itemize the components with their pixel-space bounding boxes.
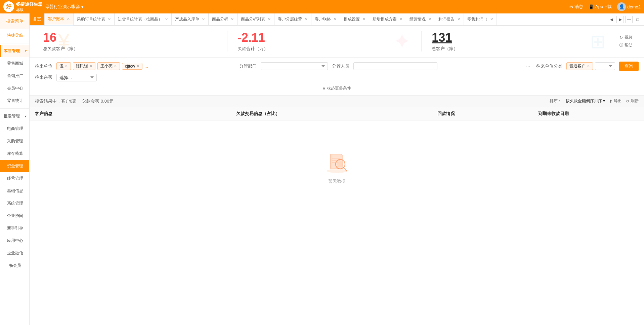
tab-scroll-left[interactable]: ◀ <box>608 16 615 23</box>
sort-select[interactable]: 按欠款金额倒序排序 ▾ <box>566 98 605 104</box>
unit-tag-cjttcw-close[interactable]: ✕ <box>136 64 139 68</box>
help-btn[interactable]: ⓘ 帮助 <box>619 42 633 48</box>
tab-close-product-analysis[interactable]: ✕ <box>231 17 234 22</box>
unit-tag-chen-label: 陈民强 <box>76 63 88 69</box>
chevron-up-icon: ∧ <box>323 86 326 91</box>
person-filter-label: 分管人员 <box>332 63 349 69</box>
tab-purchase-order-stats[interactable]: 采购订单统计表 ✕ <box>74 13 115 26</box>
sidebar-item-retail-mall[interactable]: 零售商城 <box>0 57 29 70</box>
query-button[interactable]: 查询 <box>619 62 639 71</box>
unit-tag-chen-close[interactable]: ✕ <box>89 64 92 68</box>
tab-close-raise-settings[interactable]: ✕ <box>362 17 366 22</box>
tab-minimize[interactable]: — <box>625 16 633 23</box>
tab-close-customer-segment[interactable]: ✕ <box>305 17 308 22</box>
refresh-btn[interactable]: ↻ 刷新 <box>626 98 639 104</box>
unit-tag-wang-close[interactable]: ✕ <box>114 64 117 68</box>
person-filter-input[interactable] <box>353 62 437 70</box>
sidebar-item-retail-stats[interactable]: 零售统计 <box>0 95 29 107</box>
empty-icon <box>320 147 354 174</box>
logo-text: 畅捷通好生意 标版 <box>16 1 42 12</box>
sidebar-item-purchase-manage[interactable]: 采购管理 <box>0 135 29 147</box>
sidebar-item-ecommerce-manage[interactable]: 电商管理 <box>0 122 29 135</box>
help-icon: ⓘ <box>619 42 623 48</box>
tab-close-purchase-stats-product[interactable]: ✕ <box>165 17 168 22</box>
sidebar-item-app-center[interactable]: 应用中心 <box>0 234 29 247</box>
tab-product-analysis-list[interactable]: 商品分析列表 ✕ <box>238 13 274 26</box>
unit-tag-wang: 王小亮 ✕ <box>97 62 120 70</box>
result-bar-left: 搜索结果中，客户0家 欠款金额 0.00元 <box>35 98 114 104</box>
app-download-btn[interactable]: 📱 App下载 <box>589 4 612 10</box>
filter-bar: 往来单位 伍 ✕ 陈民强 ✕ 王小亮 <box>30 58 644 96</box>
tab-close-new-raise-plan[interactable]: ✕ <box>399 17 402 22</box>
tab-close-customer-contact[interactable]: ✕ <box>334 17 337 22</box>
sidebar-item-vip-member[interactable]: 畅会员 <box>0 259 29 272</box>
total-customers-label: 总客户（家） <box>432 46 606 52</box>
sidebar-item-basic-info[interactable]: 基础信息 <box>0 185 29 197</box>
chevron-down-icon: ▾ <box>81 4 84 9</box>
tab-close-accounts[interactable]: ✕ <box>67 17 70 21</box>
sidebar-item-marketing[interactable]: 营销推广 <box>0 70 29 82</box>
unit-tag-wu-close[interactable]: ✕ <box>65 64 68 68</box>
tab-close-product-in[interactable]: ✕ <box>202 17 205 22</box>
tab-purchase-stats-product[interactable]: 进货单统计表（按商品） ✕ <box>115 13 172 26</box>
category-tag-normal: 普通客户 ✕ <box>566 62 593 70</box>
top-bar-right: ✉ 消息 📱 App下载 👤 demo2 <box>569 2 641 11</box>
sidebar-item-quick-nav[interactable]: 快捷导航 <box>0 29 29 42</box>
export-btn[interactable]: ⬆ 导出 <box>609 98 622 104</box>
tab-scroll-right[interactable]: ▶ <box>616 16 624 23</box>
total-debt-amount-label: 欠款合计（万） <box>238 46 412 52</box>
sidebar-item-operations-manage[interactable]: 经营管理 <box>0 172 29 185</box>
sidebar-item-inventory-check[interactable]: 库存核算 <box>0 147 29 160</box>
stats-actions: ▷ 视频 ⓘ 帮助 <box>616 35 636 48</box>
sidebar-item-system-manage[interactable]: 系统管理 <box>0 197 29 210</box>
tab-retail-profit[interactable]: 零售利润（ ✕ <box>464 13 497 26</box>
video-btn[interactable]: ▷ 视频 <box>620 35 633 40</box>
tab-close-product-analysis-list[interactable]: ✕ <box>268 17 271 22</box>
collapse-filter-btn[interactable]: ∧ 收起更多条件 <box>323 85 351 91</box>
tab-product-analysis[interactable]: 商品分析 ✕ <box>209 13 238 26</box>
svg-point-0 <box>327 169 347 173</box>
tab-product-in[interactable]: 产成品入库单 ✕ <box>172 13 209 26</box>
tab-raise-settings[interactable]: 提成设置 ✕ <box>340 13 369 26</box>
sidebar-item-enterprise-wechat[interactable]: 企业微信 <box>0 247 29 259</box>
tab-customer-contact[interactable]: 客户联络 ✕ <box>311 13 340 26</box>
sidebar-item-retail-manage[interactable]: 零售管理 ▾ <box>0 45 29 57</box>
tab-close-business-status[interactable]: ✕ <box>428 17 431 22</box>
sidebar-item-member-center[interactable]: 会员中心 <box>0 82 29 95</box>
tab-accounts[interactable]: 客户账本 ✕ <box>45 13 74 26</box>
total-debt-amount-number: -2.11 <box>238 31 412 44</box>
person-filter-more[interactable]: ··· <box>526 64 530 69</box>
category-tag-normal-close[interactable]: ✕ <box>587 64 590 68</box>
result-bar-right: 排序： 按欠款金额倒序排序 ▾ ⬆ 导出 ↻ 刷新 <box>550 98 639 104</box>
unit-tag-wu-label: 伍 <box>59 63 63 69</box>
account-dropdown[interactable]: 母婴行业演示帐套 ▾ <box>45 4 84 10</box>
sort-label: 排序： <box>550 98 562 104</box>
remainder-filter-select[interactable]: 选择... <box>56 74 97 81</box>
sidebar-item-enterprise-agreement[interactable]: 企业协同 <box>0 210 29 222</box>
tab-business-status[interactable]: 经营情况 ✕ <box>406 13 435 26</box>
user-avatar-area[interactable]: 👤 demo2 <box>617 2 641 11</box>
empty-label: 暂无数据 <box>328 178 346 184</box>
tab-profit-report[interactable]: 利润报告 ✕ <box>435 13 464 26</box>
table-header: 客户信息 欠款交易信息（占比） 回款情况 到期未收款日期 <box>30 107 644 120</box>
avatar: 👤 <box>617 2 626 11</box>
sidebar-item-capital-manage[interactable]: 资金管理 <box>0 160 29 172</box>
tab-maximize[interactable]: □ <box>634 16 641 23</box>
tab-close-retail-profit[interactable]: ✕ <box>490 17 493 22</box>
export-icon: ⬆ <box>609 99 612 104</box>
category-filter-select[interactable] <box>595 62 615 70</box>
sidebar-item-wholesale-manage[interactable]: 批发管理 ▾ <box>0 110 29 122</box>
tab-customer-segment[interactable]: 客户分层经营 ✕ <box>274 13 311 26</box>
total-debt-customers-number: 16 <box>43 31 217 44</box>
tab-close-profit-report[interactable]: ✕ <box>457 17 460 22</box>
search-menu-button[interactable]: 搜索菜单 <box>3 17 27 26</box>
stats-bar: ¥ 16 总欠款客户（家） ✦ -2.11 欠款合计（万） ⊞ <box>30 26 644 58</box>
unit-tag-cjttcw-label: cjttcw <box>125 64 135 69</box>
tab-close-purchase-order-stats[interactable]: ✕ <box>108 17 111 22</box>
message-btn[interactable]: ✉ 消息 <box>569 4 583 10</box>
sidebar-item-newbie-guide[interactable]: 新手引导 <box>0 222 29 234</box>
dept-filter-select[interactable] <box>261 62 328 70</box>
tab-home[interactable]: 首页 <box>30 13 45 26</box>
unit-tag-more[interactable]: ... <box>144 64 148 69</box>
tab-new-raise-plan[interactable]: 新增提成方案 ✕ <box>369 13 406 26</box>
